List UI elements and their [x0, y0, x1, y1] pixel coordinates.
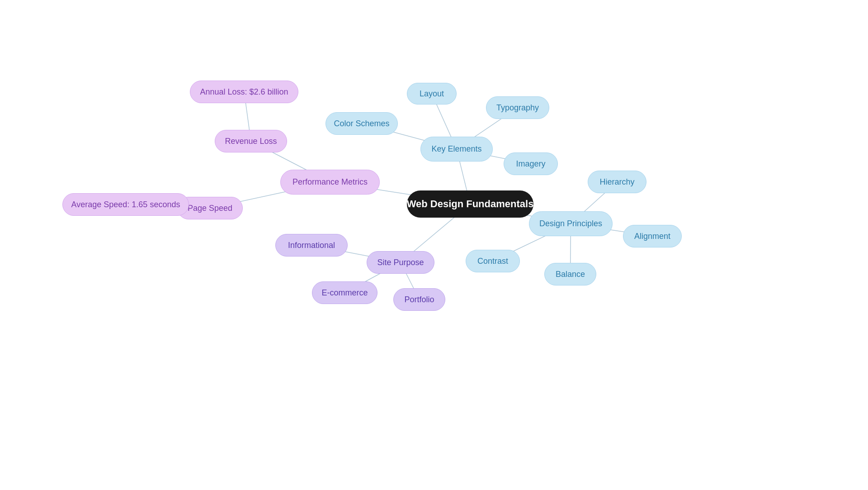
node-center[interactable]: Web Design Fundamentals [407, 190, 533, 218]
node-revenue-loss[interactable]: Revenue Loss [215, 130, 287, 152]
node-average-speed[interactable]: Average Speed: 1.65 seconds [62, 193, 189, 216]
mind-map: Web Design FundamentalsKey ElementsColor… [0, 0, 868, 490]
node-site-purpose[interactable]: Site Purpose [367, 251, 434, 274]
node-alignment[interactable]: Alignment [623, 225, 682, 247]
node-imagery[interactable]: Imagery [504, 152, 558, 175]
node-balance[interactable]: Balance [544, 263, 596, 285]
node-informational[interactable]: Informational [275, 234, 348, 257]
node-portfolio[interactable]: Portfolio [393, 288, 445, 311]
node-typography[interactable]: Typography [486, 96, 549, 119]
node-color-schemes[interactable]: Color Schemes [326, 112, 398, 135]
node-hierarchy[interactable]: Hierarchy [588, 171, 646, 193]
node-performance-metrics[interactable]: Performance Metrics [280, 170, 380, 195]
node-contrast[interactable]: Contrast [466, 250, 520, 272]
node-annual-loss[interactable]: Annual Loss: $2.6 billion [190, 81, 298, 103]
node-design-principles[interactable]: Design Principles [529, 211, 613, 236]
node-layout[interactable]: Layout [407, 83, 457, 105]
node-key-elements[interactable]: Key Elements [420, 137, 493, 162]
connections-svg [0, 0, 868, 490]
node-ecommerce[interactable]: E-commerce [312, 281, 377, 304]
